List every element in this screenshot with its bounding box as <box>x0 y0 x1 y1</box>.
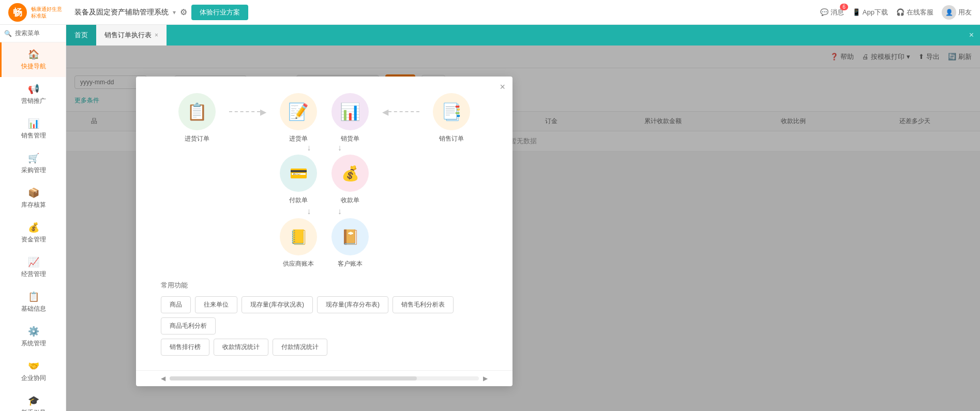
customer-account-icon: 📔 <box>331 218 369 255</box>
tab-bar: 首页 销售订单执行表 × × <box>66 25 980 45</box>
sidebar-item-finance[interactable]: 💰 资金管理 <box>0 216 66 250</box>
sales-order-label: 销售订单 <box>439 134 464 143</box>
func-btn-sales-ranking[interactable]: 销售排行榜 <box>161 339 209 356</box>
flow-node-sales-bill[interactable]: 📊 销货单 <box>324 93 376 143</box>
flow-node-supplier-account[interactable]: 📒 供应商账本 <box>273 218 324 268</box>
tab-home[interactable]: 首页 <box>66 25 96 45</box>
receipt-bill-icon: 💰 <box>331 155 369 192</box>
scrollbar-thumb[interactable] <box>170 376 417 380</box>
func-btn-stock-dist[interactable]: 现存量(库存分布表) <box>317 296 388 313</box>
sales-bill-label: 销货单 <box>341 134 359 143</box>
flow-node-receipt-bill[interactable]: 💰 收款单 <box>324 155 376 205</box>
main-area: 🔍 搜索菜单 🏠 快捷导航 📢 营销推广 📊 销售管理 🛒 采购管理 📦 <box>0 25 980 411</box>
logo-text: 畅康通好生意 标准版 <box>31 6 62 19</box>
message-badge: 6 <box>840 4 848 10</box>
sidebar-item-inventory[interactable]: 📦 库存核算 <box>0 181 66 216</box>
sidebar-label-finance: 资金管理 <box>21 235 46 244</box>
online-service-label: 在线客服 <box>907 8 933 17</box>
message-btn[interactable]: 💬 6 消息 <box>820 8 844 17</box>
marketing-icon: 📢 <box>28 83 39 95</box>
settings-icon[interactable]: ⚙ <box>180 7 187 17</box>
user-btn[interactable]: 👤 用友 <box>942 5 972 20</box>
func-btn-product-profit[interactable]: 商品毛利分析 <box>161 317 216 334</box>
content-area: 首页 销售订单执行表 × × ❓ 帮助 <box>66 25 980 411</box>
logo-icon: 畅 <box>8 3 27 22</box>
modal-scrollbar: ◀ ▶ <box>136 370 512 386</box>
sidebar-label-enterprise: 企业协同 <box>21 374 46 383</box>
payment-bill-label: 付款单 <box>289 196 308 205</box>
finance-icon: 💰 <box>28 222 39 233</box>
purchase-order-icon: 📋 <box>178 93 216 130</box>
sidebar-item-marketing[interactable]: 📢 营销推广 <box>0 77 66 112</box>
supplier-account-label: 供应商账本 <box>283 260 314 268</box>
system-name: 装备及固定资产辅助管理系统 <box>74 8 169 17</box>
func-btn-product[interactable]: 商品 <box>161 296 191 313</box>
sidebar-label-system: 系统管理 <box>21 339 46 348</box>
online-service-btn[interactable]: 🎧 在线客服 <box>896 8 933 17</box>
purchase-icon: 🛒 <box>28 153 39 164</box>
tab-home-label: 首页 <box>74 31 88 40</box>
app-download-btn[interactable]: 📱 App下载 <box>852 8 888 17</box>
logo-char: 畅 <box>13 6 22 19</box>
sidebar-item-purchase[interactable]: 🛒 采购管理 <box>0 146 66 181</box>
sidebar-label-guide: 新手引导 <box>21 408 46 411</box>
sidebar-item-sales[interactable]: 📊 销售管理 <box>0 112 66 146</box>
sales-icon: 📊 <box>28 118 39 129</box>
receipt-bill-label: 收款单 <box>341 196 359 205</box>
sidebar: 🔍 搜索菜单 🏠 快捷导航 📢 营销推广 📊 销售管理 🛒 采购管理 📦 <box>0 25 66 411</box>
inventory-icon: 📦 <box>28 187 39 199</box>
sidebar-label-purchase: 采购管理 <box>21 166 46 175</box>
sales-bill-icon: 📊 <box>331 93 369 130</box>
avatar: 👤 <box>942 5 956 20</box>
flow-node-purchase-bill[interactable]: 📝 进货单 <box>273 93 324 143</box>
sidebar-label-inventory: 库存核算 <box>21 201 46 209</box>
sidebar-item-operation[interactable]: 📈 经营管理 <box>0 250 66 285</box>
sales-order-icon: 📑 <box>433 93 470 130</box>
sidebar-item-system[interactable]: ⚙️ 系统管理 <box>0 319 66 354</box>
scroll-right-btn[interactable]: ▶ <box>483 375 488 382</box>
payment-bill-icon: 💳 <box>280 155 317 192</box>
headset-icon: 🎧 <box>896 8 904 16</box>
top-bar: 畅 畅康通好生意 标准版 装备及固定资产辅助管理系统 ▾ ⚙ 体验行业方案 💬 … <box>0 0 980 25</box>
sidebar-search[interactable]: 🔍 搜索菜单 <box>0 25 66 42</box>
system-icon: ⚙️ <box>28 326 39 337</box>
customer-account-label: 客户账本 <box>338 260 363 268</box>
common-funcs-title: 常用功能 <box>161 281 488 290</box>
tab-close-icon[interactable]: × <box>155 32 158 39</box>
tab-sales-order-exec-label: 销售订单执行表 <box>104 31 152 40</box>
sidebar-label-sales: 销售管理 <box>21 131 46 140</box>
tab-sales-order-exec[interactable]: 销售订单执行表 × <box>96 25 167 45</box>
func-btns-row2: 销售排行榜 收款情况统计 付款情况统计 <box>161 339 488 356</box>
func-btn-receipt-stats[interactable]: 收款情况统计 <box>214 339 268 356</box>
home-icon: 🏠 <box>28 49 39 60</box>
purchase-bill-label: 进货单 <box>289 134 308 143</box>
system-dropdown-icon[interactable]: ▾ <box>173 9 176 16</box>
top-bar-right: 💬 6 消息 📱 App下载 🎧 在线客服 👤 用友 <box>820 5 972 20</box>
user-label: 用友 <box>958 8 972 17</box>
purchase-bill-icon: 📝 <box>280 93 317 130</box>
sidebar-item-guide[interactable]: 🎓 新手引导 <box>0 389 66 411</box>
func-btn-partner[interactable]: 往来单位 <box>195 296 237 313</box>
sidebar-search-label: 搜索菜单 <box>15 29 40 38</box>
modal-close-btn[interactable]: × <box>500 82 505 93</box>
sidebar-item-enterprise[interactable]: 🤝 企业协同 <box>0 354 66 389</box>
page-content: ❓ 帮助 🖨 按模板打印 ▾ ⬆ 导出 🔄 刷新 <box>66 45 980 411</box>
flowchart: 📋 进货订单 ▶ 📝 <box>136 77 512 281</box>
basic-icon: 📋 <box>28 291 39 302</box>
app-download-icon: 📱 <box>852 8 861 16</box>
func-btn-payment-stats[interactable]: 付款情况统计 <box>273 339 327 356</box>
system-info: 装备及固定资产辅助管理系统 ▾ ⚙ 体验行业方案 <box>74 5 820 20</box>
flow-node-customer-account[interactable]: 📔 客户账本 <box>324 218 376 268</box>
flow-node-payment-bill[interactable]: 💳 付款单 <box>273 155 324 205</box>
flow-node-purchase-order[interactable]: 📋 进货订单 <box>171 93 223 143</box>
close-all-tabs-btn[interactable]: × <box>969 31 974 40</box>
sidebar-item-quick-nav[interactable]: 🏠 快捷导航 <box>0 42 66 77</box>
func-btn-stock-status[interactable]: 现存量(库存状况表) <box>242 296 313 313</box>
modal-overlay: × 📋 进货订单 <box>66 45 980 411</box>
flow-node-sales-order[interactable]: 📑 销售订单 <box>426 93 477 143</box>
trial-button[interactable]: 体验行业方案 <box>191 5 248 20</box>
func-btn-sales-profit-analysis[interactable]: 销售毛利分析表 <box>393 296 454 313</box>
sidebar-item-basic[interactable]: 📋 基础信息 <box>0 285 66 319</box>
scroll-left-btn[interactable]: ◀ <box>161 375 165 382</box>
app-wrapper: 畅 畅康通好生意 标准版 装备及固定资产辅助管理系统 ▾ ⚙ 体验行业方案 💬 … <box>0 0 980 411</box>
